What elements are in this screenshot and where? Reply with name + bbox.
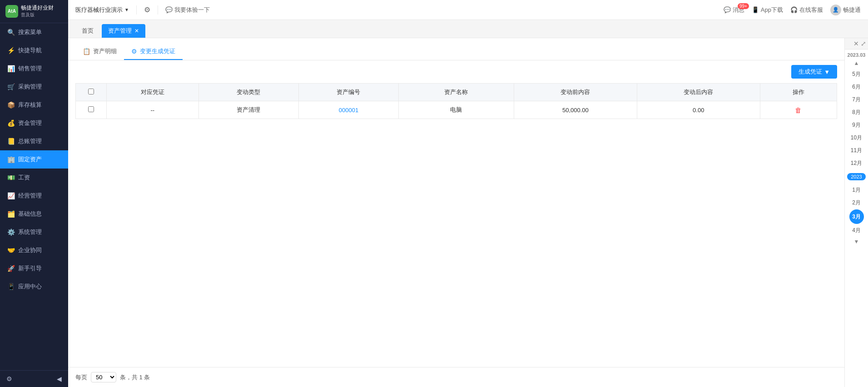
expand-panel-icon[interactable]: ⤢ xyxy=(861,40,866,47)
sidebar-item-purchase[interactable]: 🛒 采购管理 xyxy=(0,78,68,96)
sidebar-item-quick-nav[interactable]: ⚡ 快捷导航 xyxy=(0,41,68,60)
calendar-month-4[interactable]: 4月 xyxy=(847,224,866,237)
sub-tab-asset-detail[interactable]: 📋 资产明细 xyxy=(75,44,124,60)
sidebar-item-inventory[interactable]: 📦 库存核算 xyxy=(0,96,68,114)
calendar-down-arrow[interactable]: ▼ xyxy=(852,237,861,246)
header: 医疗器械行业演示 ▼ ⚙ 💬 我要体验一下 💬 消息 99+ 📱 App下载 🎧… xyxy=(68,0,868,20)
panel-header: ✕ ⤢ xyxy=(845,38,868,50)
sidebar-item-label: 企业协同 xyxy=(18,246,42,254)
per-page-label: 每页 xyxy=(75,373,87,382)
calendar-month-3-current[interactable]: 3月 xyxy=(849,209,864,224)
company-selector[interactable]: 医疗器械行业演示 ▼ xyxy=(75,6,129,14)
calendar-month-11[interactable]: 11月 xyxy=(847,144,866,157)
tab-close-icon[interactable]: ✕ xyxy=(134,28,139,34)
delete-icon[interactable]: 🗑 xyxy=(795,106,802,114)
sidebar-item-salary[interactable]: 💵 工资 xyxy=(0,169,68,187)
collab-icon: 🤝 xyxy=(7,247,15,254)
calendar-month-8[interactable]: 8月 xyxy=(847,106,866,119)
message-icon: 💬 xyxy=(724,6,731,13)
logo-text-group: 畅捷通好业财 普及版 xyxy=(21,5,54,18)
sidebar-item-collab[interactable]: 🤝 企业协同 xyxy=(0,241,68,259)
sidebar-item-guide[interactable]: 🚀 新手引导 xyxy=(0,259,68,278)
base-info-icon: 🗂️ xyxy=(7,210,15,218)
sidebar-scroll: 🔍 搜索菜单 ⚡ 快捷导航 📊 销售管理 🛒 采购管理 📦 库存核算 💰 资金管… xyxy=(0,23,68,370)
sidebar-item-label: 基础信息 xyxy=(18,210,42,218)
sidebar-item-label: 经营管理 xyxy=(18,192,42,200)
sidebar-item-fixed-assets[interactable]: 🏢 固定资产 xyxy=(0,150,68,169)
table-row: -- 资产清理 000001 电脑 50,000.00 0.00 🗑 xyxy=(76,101,837,119)
total-label: 条，共 1 条 xyxy=(120,373,150,382)
dropdown-arrow-icon: ▼ xyxy=(824,69,830,75)
calendar-scroll: 2023.03 ▲ 5月 6月 7月 8月 9月 10月 11月 12月 202… xyxy=(845,50,868,387)
app-download-label: App下载 xyxy=(761,6,783,14)
tab-home[interactable]: 首页 xyxy=(75,24,100,38)
quick-nav-icon: ⚡ xyxy=(7,47,15,54)
calendar-month-6[interactable]: 6月 xyxy=(847,81,866,93)
calendar-month-1[interactable]: 1月 xyxy=(847,184,866,196)
header-change-type: 变动类型 xyxy=(198,84,298,101)
calendar-month-5[interactable]: 5月 xyxy=(847,68,866,80)
header-after-change: 变动后内容 xyxy=(637,84,760,101)
header-voucher: 对应凭证 xyxy=(106,84,198,101)
header-before-change: 变动前内容 xyxy=(514,84,637,101)
settings-icon[interactable]: ⚙ xyxy=(6,375,12,382)
sub-tab-change-voucher[interactable]: ⚙ 变更生成凭证 xyxy=(124,44,183,60)
salary-icon: 💵 xyxy=(7,174,15,181)
service-icon: 🎧 xyxy=(790,6,798,13)
tab-asset-label: 资产管理 xyxy=(108,27,132,35)
sidebar-item-funds[interactable]: 💰 资金管理 xyxy=(0,114,68,132)
sidebar-item-label: 快捷导航 xyxy=(18,46,42,55)
messages-button[interactable]: 💬 消息 99+ xyxy=(724,6,744,14)
sidebar-item-label: 采购管理 xyxy=(18,83,42,91)
tab-asset-management[interactable]: 资产管理 ✕ xyxy=(102,24,145,38)
row-change-type: 资产清理 xyxy=(198,101,298,119)
user-menu[interactable]: 👤 畅捷通 xyxy=(830,5,861,15)
close-panel-icon[interactable]: ✕ xyxy=(853,40,859,47)
calendar-up-arrow[interactable]: ▲ xyxy=(852,59,861,68)
header-checkbox-col xyxy=(76,84,107,101)
collapse-icon[interactable]: ◀ xyxy=(57,375,62,382)
feedback-button[interactable]: 💬 我要体验一下 xyxy=(165,6,210,14)
sidebar-item-base-info[interactable]: 🗂️ 基础信息 xyxy=(0,205,68,223)
sidebar-item-label: 系统管理 xyxy=(18,228,42,236)
sidebar-item-label: 搜索菜单 xyxy=(18,28,42,36)
calendar-month-7[interactable]: 7月 xyxy=(847,94,866,106)
settings-gear-icon[interactable]: ⚙ xyxy=(144,5,150,14)
calendar-month-2[interactable]: 2月 xyxy=(847,197,866,209)
row-action-cell: 🗑 xyxy=(760,101,837,119)
right-calendar-panel: ✕ ⤢ 2023.03 ▲ 5月 6月 7月 8月 9月 10月 11月 12月… xyxy=(844,38,868,387)
sidebar-item-operations[interactable]: 📈 经营管理 xyxy=(0,187,68,205)
calendar-month-10[interactable]: 10月 xyxy=(847,132,866,144)
pagination: 每页 50 10 20 100 条，共 1 条 xyxy=(68,367,844,387)
asset-detail-icon: 📋 xyxy=(83,48,90,55)
generate-voucher-button[interactable]: 生成凭证 ▼ xyxy=(791,65,837,79)
sidebar-item-sales[interactable]: 📊 销售管理 xyxy=(0,60,68,78)
header-asset-name: 资产名称 xyxy=(399,84,514,101)
year-2023-badge: 2023 xyxy=(847,173,865,180)
chevron-down-icon: ▼ xyxy=(124,7,129,12)
row-asset-name: 电脑 xyxy=(399,101,514,119)
per-page-select[interactable]: 50 10 20 100 xyxy=(91,372,116,382)
row-checkbox[interactable] xyxy=(88,106,94,112)
online-service-button[interactable]: 🎧 在线客服 xyxy=(790,6,823,14)
sidebar-logo: AtA 畅捷通好业财 普及版 xyxy=(0,0,68,23)
calendar-month-12[interactable]: 12月 xyxy=(847,157,866,169)
header-right: 💬 消息 99+ 📱 App下载 🎧 在线客服 👤 畅捷通 xyxy=(724,5,861,15)
app-center-icon: 📱 xyxy=(7,283,15,290)
tab-home-label: 首页 xyxy=(82,27,94,35)
search-menu-icon: 🔍 xyxy=(7,29,15,36)
company-name: 医疗器械行业演示 xyxy=(75,6,123,14)
content-area: 📋 资产明细 ⚙ 变更生成凭证 生成凭证 ▼ xyxy=(68,38,868,387)
header-divider2 xyxy=(158,5,158,15)
sidebar-item-label: 销售管理 xyxy=(18,64,42,73)
app-download-button[interactable]: 📱 App下载 xyxy=(752,6,783,14)
logo-icon: AtA xyxy=(5,5,18,18)
calendar-month-9[interactable]: 9月 xyxy=(847,119,866,131)
asset-area: 📋 资产明细 ⚙ 变更生成凭证 生成凭证 ▼ xyxy=(68,38,844,387)
sidebar-item-search[interactable]: 🔍 搜索菜单 xyxy=(0,23,68,41)
sidebar-item-app-center[interactable]: 📱 应用中心 xyxy=(0,278,68,296)
sidebar-item-system[interactable]: ⚙️ 系统管理 xyxy=(0,223,68,241)
select-all-checkbox[interactable] xyxy=(88,89,94,94)
sidebar-item-ledger[interactable]: 📒 总账管理 xyxy=(0,132,68,150)
row-asset-code: 000001 xyxy=(298,101,398,119)
